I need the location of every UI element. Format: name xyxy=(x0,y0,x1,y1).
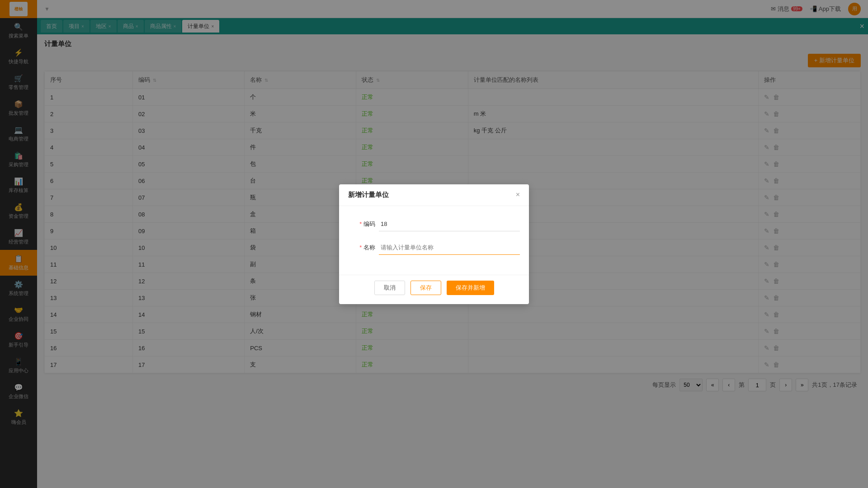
modal-overlay: 新增计量单位 × * 编码 * 名称 取消 保存 保存并新增 xyxy=(0,0,868,488)
code-input[interactable] xyxy=(379,217,520,231)
code-label-text: 编码 xyxy=(363,221,375,227)
name-label-text: 名称 xyxy=(363,244,375,251)
name-label: * 名称 xyxy=(348,244,375,252)
modal-close-button[interactable]: × xyxy=(516,191,520,199)
add-unit-modal: 新增计量单位 × * 编码 * 名称 取消 保存 保存并新增 xyxy=(339,184,529,304)
cancel-button[interactable]: 取消 xyxy=(374,281,405,295)
name-form-row: * 名称 xyxy=(348,240,520,255)
save-new-button[interactable]: 保存并新增 xyxy=(447,281,494,295)
code-label: * 编码 xyxy=(348,220,375,228)
modal-title: 新增计量单位 xyxy=(348,191,389,199)
name-input[interactable] xyxy=(379,240,520,255)
save-button[interactable]: 保存 xyxy=(410,281,441,295)
code-required-mark: * xyxy=(359,221,362,227)
name-required-mark: * xyxy=(359,244,362,251)
modal-body: * 编码 * 名称 xyxy=(339,206,529,275)
modal-header: 新增计量单位 × xyxy=(339,184,529,206)
code-form-row: * 编码 xyxy=(348,217,520,231)
modal-footer: 取消 保存 保存并新增 xyxy=(339,275,529,304)
